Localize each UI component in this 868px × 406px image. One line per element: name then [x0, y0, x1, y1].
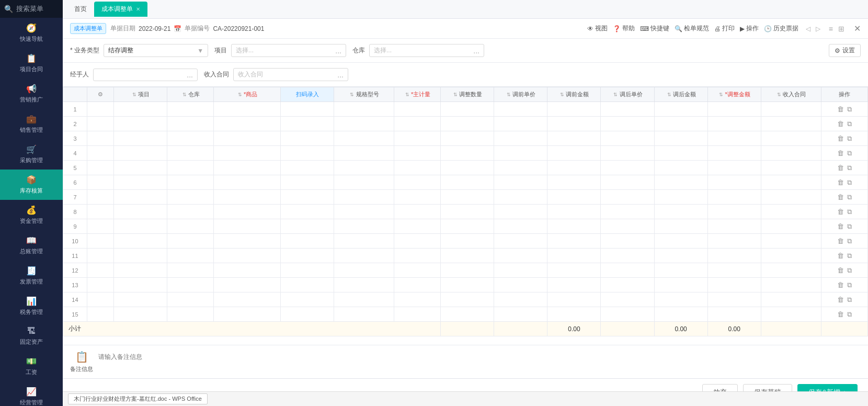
row-spec-cell[interactable]	[334, 175, 394, 190]
row-before-amount-cell[interactable]	[547, 292, 601, 307]
delete-row-icon[interactable]: 🗑	[837, 149, 844, 157]
sidebar-item-capital-mgmt[interactable]: 💰 资金管理	[0, 200, 63, 230]
row-unit-cell[interactable]	[394, 146, 440, 161]
row-product-cell[interactable]	[214, 190, 281, 205]
row-after-price-cell[interactable]	[601, 131, 654, 146]
row-scan-cell[interactable]	[280, 131, 334, 146]
row-before-amount-cell[interactable]	[547, 146, 601, 161]
row-product-cell[interactable]	[214, 146, 281, 161]
nav-prev-icon[interactable]: ◁	[806, 25, 810, 32]
row-before-amount-cell[interactable]	[547, 263, 601, 278]
table-row[interactable]: 2 🗑 ⧉	[63, 117, 868, 131]
table-row[interactable]: 7 🗑 ⧉	[63, 190, 868, 205]
row-spec-cell[interactable]	[334, 278, 394, 292]
row-after-amount-cell[interactable]	[654, 161, 707, 175]
row-scan-cell[interactable]	[280, 205, 334, 219]
sidebar-item-purchase-mgmt[interactable]: 🛒 采购管理	[0, 139, 63, 170]
row-income-contract-cell[interactable]	[761, 219, 821, 234]
row-after-amount-cell[interactable]	[654, 307, 707, 322]
table-row[interactable]: 11 🗑 ⧉	[63, 249, 868, 263]
row-after-amount-cell[interactable]	[654, 219, 707, 234]
row-scan-cell[interactable]	[280, 146, 334, 161]
row-income-contract-cell[interactable]	[761, 263, 821, 278]
row-unit-cell[interactable]	[394, 292, 440, 307]
row-before-price-cell[interactable]	[494, 161, 547, 175]
delete-row-icon[interactable]: 🗑	[837, 164, 844, 172]
row-before-amount-cell[interactable]	[547, 190, 601, 205]
row-income-contract-cell[interactable]	[761, 278, 821, 292]
tab-cost-adjust[interactable]: 成本调整单 ✕	[94, 2, 147, 17]
print-btn[interactable]: 🖨 打印	[714, 24, 735, 33]
row-before-amount-cell[interactable]	[547, 117, 601, 131]
row-after-price-cell[interactable]	[601, 161, 654, 175]
row-product-cell[interactable]	[214, 307, 281, 322]
tab-close-icon[interactable]: ✕	[136, 6, 140, 12]
row-warehouse-cell[interactable]	[167, 175, 214, 190]
row-project-cell[interactable]	[113, 249, 167, 263]
row-before-amount-cell[interactable]	[547, 131, 601, 146]
row-scan-cell[interactable]	[280, 249, 334, 263]
row-before-price-cell[interactable]	[494, 175, 547, 190]
sidebar-item-inventory[interactable]: 📦 库存核算	[0, 170, 63, 200]
settings-button[interactable]: ⚙ 设置	[829, 44, 861, 57]
row-spec-cell[interactable]	[334, 292, 394, 307]
row-after-price-cell[interactable]	[601, 263, 654, 278]
row-adjust-cell[interactable]	[707, 205, 761, 219]
row-qty-cell[interactable]	[441, 205, 494, 219]
sidebar-item-sales-mgmt[interactable]: 💼 销售管理	[0, 109, 63, 139]
row-before-price-cell[interactable]	[494, 131, 547, 146]
row-before-price-cell[interactable]	[494, 205, 547, 219]
row-qty-cell[interactable]	[441, 219, 494, 234]
delete-row-icon[interactable]: 🗑	[837, 105, 844, 113]
row-scan-cell[interactable]	[280, 161, 334, 175]
history-btn[interactable]: 🕒 历史票据	[764, 24, 798, 33]
row-unit-cell[interactable]	[394, 249, 440, 263]
row-project-cell[interactable]	[113, 175, 167, 190]
sidebar-item-tax-mgmt[interactable]: 📊 税务管理	[0, 291, 63, 321]
row-before-price-cell[interactable]	[494, 146, 547, 161]
row-product-cell[interactable]	[214, 263, 281, 278]
delete-row-icon[interactable]: 🗑	[837, 120, 844, 128]
row-unit-cell[interactable]	[394, 131, 440, 146]
row-qty-cell[interactable]	[441, 190, 494, 205]
row-warehouse-cell[interactable]	[167, 219, 214, 234]
row-before-amount-cell[interactable]	[547, 234, 601, 249]
table-row[interactable]: 6 🗑 ⧉	[63, 175, 868, 190]
row-adjust-cell[interactable]	[707, 219, 761, 234]
delete-row-icon[interactable]: 🗑	[837, 193, 844, 201]
row-before-price-cell[interactable]	[494, 263, 547, 278]
row-after-amount-cell[interactable]	[654, 117, 707, 131]
row-spec-cell[interactable]	[334, 307, 394, 322]
table-row[interactable]: 5 🗑 ⧉	[63, 161, 868, 175]
sidebar-item-biz-mgmt[interactable]: 📈 经营管理	[0, 381, 63, 406]
copy-row-icon[interactable]: ⧉	[847, 252, 852, 260]
delete-row-icon[interactable]: 🗑	[837, 296, 844, 303]
col-header-scan[interactable]: 扫码录入	[280, 87, 334, 102]
row-after-amount-cell[interactable]	[654, 175, 707, 190]
row-adjust-cell[interactable]	[707, 190, 761, 205]
row-adjust-cell[interactable]	[707, 249, 761, 263]
biz-type-field[interactable]: 结存调整 ▼	[104, 44, 208, 57]
row-spec-cell[interactable]	[334, 190, 394, 205]
row-after-price-cell[interactable]	[601, 190, 654, 205]
table-row[interactable]: 10 🗑 ⧉	[63, 234, 868, 249]
row-warehouse-cell[interactable]	[167, 117, 214, 131]
row-project-cell[interactable]	[113, 205, 167, 219]
col-header-gear[interactable]: ⚙	[87, 87, 113, 102]
row-before-amount-cell[interactable]	[547, 278, 601, 292]
copy-row-icon[interactable]: ⧉	[847, 281, 852, 289]
row-adjust-cell[interactable]	[707, 131, 761, 146]
review-btn[interactable]: 🔍 检单规范	[675, 24, 709, 33]
row-income-contract-cell[interactable]	[761, 102, 821, 117]
table-row[interactable]: 4 🗑 ⧉	[63, 146, 868, 161]
table-row[interactable]: 12 🗑 ⧉	[63, 263, 868, 278]
row-before-amount-cell[interactable]	[547, 307, 601, 322]
row-adjust-cell[interactable]	[707, 146, 761, 161]
row-adjust-cell[interactable]	[707, 102, 761, 117]
row-unit-cell[interactable]	[394, 190, 440, 205]
operate-btn[interactable]: ▶ 操作	[740, 24, 759, 33]
delete-row-icon[interactable]: 🗑	[837, 266, 844, 274]
row-after-amount-cell[interactable]	[654, 278, 707, 292]
layout-list-icon[interactable]: ≡	[829, 25, 833, 33]
row-income-contract-cell[interactable]	[761, 175, 821, 190]
